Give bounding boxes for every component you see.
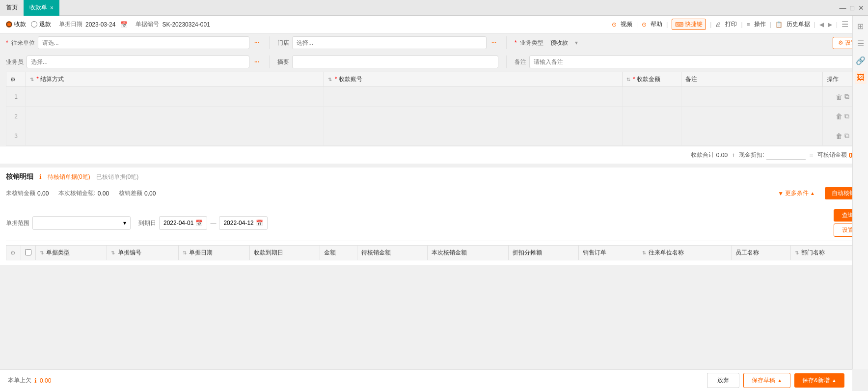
shop-input[interactable] — [292, 36, 487, 49]
delete-row-2-icon[interactable]: 🗑 — [836, 112, 842, 120]
table-header-gear[interactable]: ⚙ — [6, 72, 26, 87]
radio-refund[interactable]: 退款 — [31, 20, 51, 28]
window-controls: — □ ✕ — [840, 4, 868, 12]
equals-sign: = — [810, 151, 814, 159]
date-from-value: 2022-04-01 — [163, 220, 193, 226]
footer-buttons: 放弃 保存草稿 ▲ 保存&新增 ▲ — [707, 373, 844, 388]
col-header-bill-date: ⇅ 单据日期 — [178, 246, 249, 260]
cell-remark-1[interactable] — [681, 87, 822, 107]
history-icon: 📋 — [775, 21, 783, 28]
cell-account-1[interactable] — [324, 87, 622, 107]
select-all-checkbox[interactable] — [25, 249, 31, 255]
cell-remark-2[interactable] — [681, 107, 822, 126]
sidebar-link-icon[interactable]: 🔗 — [854, 54, 868, 67]
video-btn[interactable]: 视频 — [621, 20, 632, 28]
maximize-icon[interactable]: □ — [850, 4, 854, 12]
staff-label: 业务员 — [6, 58, 24, 66]
separator-3 — [269, 56, 270, 68]
staff-group: 业务员 ··· — [6, 56, 261, 68]
gear-icon-bottom[interactable]: ⚙ — [10, 250, 16, 256]
date-from-input[interactable]: 2022-04-01 📅 — [159, 216, 207, 230]
nuclear-info-icon[interactable]: ℹ — [39, 173, 42, 180]
copy-row-1-icon[interactable]: ⧉ — [844, 92, 849, 101]
sidebar-image-icon[interactable]: 🖼 — [855, 71, 867, 84]
counterparty-input[interactable] — [38, 36, 249, 49]
separator-1 — [269, 36, 270, 49]
counterparty-more-btn[interactable]: ··· — [252, 39, 261, 46]
operation-btn[interactable]: 操作 — [754, 20, 766, 28]
cell-amount-2[interactable] — [622, 107, 681, 126]
save-draft-btn[interactable]: 保存草稿 ▲ — [743, 373, 790, 388]
save-new-btn[interactable]: 保存&新增 ▲ — [794, 373, 844, 388]
save-draft-arrow-icon: ▲ — [777, 378, 782, 383]
diff-value: 0.00 — [144, 190, 156, 197]
sidebar-table-icon[interactable]: ⊞ — [855, 20, 866, 33]
col-header-account: ⇅ * 收款账号 — [324, 72, 622, 87]
col-header-discount: 折扣分摊额 — [509, 246, 579, 260]
col-header-amount: 金额 — [320, 246, 357, 260]
tab-home[interactable]: 首页 — [0, 0, 24, 16]
calendar-to-icon: 📅 — [256, 220, 263, 226]
cell-payment-1[interactable] — [26, 87, 324, 107]
nav-right-icon[interactable]: ▶ — [828, 21, 832, 28]
cell-account-3[interactable] — [324, 126, 622, 146]
delete-row-1-icon[interactable]: 🗑 — [836, 93, 842, 101]
nav-left-icon[interactable]: ◀ — [819, 21, 824, 28]
sidebar-form-icon[interactable]: ☰ — [855, 37, 866, 50]
gear-icon: ⚙ — [838, 39, 843, 46]
uncleared-value: 0.00 — [37, 190, 49, 197]
help-icon: ⊙ — [642, 21, 647, 28]
abandon-btn[interactable]: 放弃 — [707, 373, 739, 388]
cell-remark-3[interactable] — [681, 126, 822, 146]
remark-input[interactable] — [529, 56, 862, 68]
date-field: 单据日期 2023-03-24 📅 — [59, 20, 128, 28]
calendar-icon[interactable]: 📅 — [120, 21, 128, 28]
shortcut-btn[interactable]: ⌨ 快捷键 — [672, 19, 706, 30]
scope-select[interactable]: ▾ — [32, 216, 131, 230]
counterparty-label: 往来单位 — [11, 39, 35, 47]
staff-more-btn[interactable]: ··· — [252, 58, 261, 65]
stats-row: 未核销金额 0.00 本次核销金额: 0.00 核销差额 0.00 ▼ 更多条件… — [6, 185, 862, 201]
copy-row-3-icon[interactable]: ⧉ — [844, 132, 849, 140]
delete-row-3-icon[interactable]: 🗑 — [836, 132, 842, 140]
tab-close-icon[interactable]: × — [50, 4, 54, 11]
more-conditions-btn[interactable]: ▼ 更多条件 ▲ — [778, 189, 815, 197]
col-header-check[interactable] — [21, 246, 36, 260]
done-tab[interactable]: 已核销单据(0笔) — [96, 173, 139, 181]
history-btn[interactable]: 历史单据 — [787, 20, 810, 28]
summary-label: 摘要 — [277, 58, 289, 66]
help-btn[interactable]: 帮助 — [651, 20, 662, 28]
this-time-value: 0.00 — [98, 190, 109, 197]
col-header-this-time: 本次核销金额 — [428, 246, 509, 260]
uncleared-label: 未核销金额 — [6, 189, 35, 197]
copy-row-2-icon[interactable]: ⧉ — [844, 112, 849, 120]
discount-input[interactable] — [766, 150, 806, 160]
receipt-total-label: 收款合计 — [691, 151, 714, 159]
scope-dropdown-icon: ▾ — [123, 220, 126, 226]
minimize-icon[interactable]: — — [840, 4, 846, 12]
discount-label: 现金折扣: — [739, 151, 764, 159]
business-type-dropdown-icon[interactable]: ▾ — [575, 39, 578, 46]
shortcut-label: 快捷键 — [685, 20, 703, 28]
toolbar-right: ⊙ 视频 | ⊙ 帮助 | ⌨ 快捷键 | 🖨 打印 | ≡ 操作 | 📋 历史… — [612, 19, 862, 30]
cell-amount-3[interactable] — [622, 126, 681, 146]
list-icon[interactable]: ☰ — [841, 20, 848, 29]
radio-receipt[interactable]: 收款 — [6, 20, 26, 28]
staff-input[interactable] — [27, 56, 249, 68]
shop-label: 门店 — [277, 39, 289, 47]
uncleared-stat: 未核销金额 0.00 — [6, 189, 49, 197]
pending-tab[interactable]: 待核销单据(0笔) — [48, 173, 90, 181]
shop-more-btn[interactable]: ··· — [489, 39, 498, 46]
date-value: 2023-03-24 — [85, 21, 115, 28]
date-to-input[interactable]: 2022-04-12 📅 — [219, 216, 267, 230]
carry-info-icon[interactable]: ℹ — [34, 377, 37, 384]
summary-input[interactable] — [292, 56, 498, 68]
close-icon[interactable]: ✕ — [858, 4, 864, 12]
cell-payment-2[interactable] — [26, 107, 324, 126]
section-header: 核销明细 ℹ 待核销单据(0笔) 已核销单据(0笔) — [6, 172, 862, 181]
cell-payment-3[interactable] — [26, 126, 324, 146]
print-btn[interactable]: 打印 — [725, 20, 737, 28]
cell-account-2[interactable] — [324, 107, 622, 126]
cell-amount-1[interactable] — [622, 87, 681, 107]
tab-receipt[interactable]: 收款单 × — [24, 0, 59, 16]
